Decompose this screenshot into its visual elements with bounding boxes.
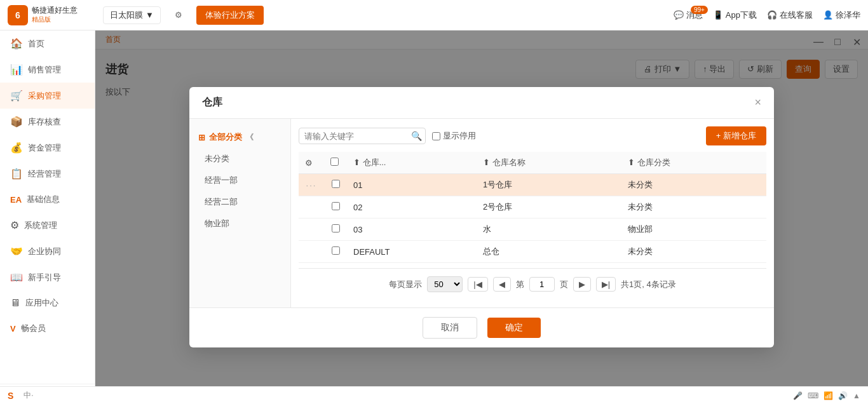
sidebar-item-home[interactable]: 🏠 首页 bbox=[0, 30, 95, 57]
home-icon: 🏠 bbox=[10, 37, 23, 50]
warehouse-modal: 仓库 × ⊞ 全部分类 《 未分类 bbox=[189, 87, 774, 347]
table-row[interactable]: 03 水 物业部 bbox=[299, 219, 766, 241]
purchase-icon: 🛒 bbox=[10, 90, 23, 102]
speaker-icon: 🔊 bbox=[838, 391, 848, 400]
sidebar-item-enterprise[interactable]: 🤝 企业协同 bbox=[0, 238, 95, 264]
keyboard-icon: ⌨ bbox=[808, 391, 818, 400]
page-input[interactable] bbox=[529, 277, 555, 292]
enterprise-icon: 🤝 bbox=[10, 245, 23, 257]
confirm-btn[interactable]: 确定 bbox=[487, 318, 541, 338]
sidebar-item-finance[interactable]: 💰 资金管理 bbox=[0, 135, 95, 161]
sidebar-item-system[interactable]: ⚙ 系统管理 bbox=[0, 212, 95, 238]
col-category-header: ⬆ 仓库分类 bbox=[621, 152, 766, 174]
status-bar: S 中· 🎤 ⌨ 📶 🔊 ▲ bbox=[0, 386, 868, 404]
row-code-3: 03 bbox=[347, 219, 477, 241]
header-right: 💬 消息 99+ 📱 App下载 🎧 在线客服 👤 徐泽华 bbox=[674, 10, 860, 21]
modal-overlay: 仓库 × ⊞ 全部分类 《 未分类 bbox=[95, 30, 868, 404]
category-sidebar: ⊞ 全部分类 《 未分类 经营一部 经营二部 bbox=[189, 119, 291, 307]
sidebar-label-operations: 经营管理 bbox=[28, 168, 61, 180]
sidebar-label-system: 系统管理 bbox=[24, 220, 57, 231]
modal-close-btn[interactable]: × bbox=[754, 96, 761, 109]
arrow-up-icon: ▲ bbox=[853, 391, 860, 400]
message-icon: 💬 bbox=[674, 10, 684, 20]
app-download-btn[interactable]: 📱 App下载 bbox=[713, 10, 757, 21]
settings-icon-btn[interactable]: ⚙ bbox=[168, 5, 189, 25]
sidebar-item-sales[interactable]: 📊 销售管理 bbox=[0, 57, 95, 83]
sidebar-label-home: 首页 bbox=[28, 38, 44, 50]
row-gear-2 bbox=[299, 196, 324, 219]
row-check-3 bbox=[324, 219, 347, 241]
prev-page-btn[interactable]: ◀ bbox=[493, 277, 511, 292]
table-row[interactable]: 02 2号仓库 未分类 bbox=[299, 196, 766, 219]
row-gear-4 bbox=[299, 241, 324, 263]
add-warehouse-btn[interactable]: + 新增仓库 bbox=[706, 126, 766, 145]
modal-main-content: 🔍 显示停用 + 新增仓库 bbox=[291, 119, 774, 307]
header-center: 日太阳膜 ▼ ⚙ 体验行业方案 bbox=[103, 5, 674, 25]
first-page-btn[interactable]: |◀ bbox=[468, 277, 487, 292]
grid-icon: ⊞ bbox=[198, 133, 205, 142]
row-name-3: 水 bbox=[477, 219, 621, 241]
status-text: 中· bbox=[24, 390, 33, 401]
online-service-btn[interactable]: 🎧 在线客服 bbox=[767, 10, 813, 21]
category-header-label: 全部分类 bbox=[209, 131, 242, 143]
user-name: 徐泽华 bbox=[836, 10, 860, 21]
top-header: 6 畅捷通好生意 精品版 日太阳膜 ▼ ⚙ 体验行业方案 💬 消息 99+ 📱 … bbox=[0, 0, 868, 30]
guide-icon: 📖 bbox=[10, 271, 23, 283]
user-area[interactable]: 👤 徐泽华 bbox=[823, 10, 860, 21]
sidebar-item-guide[interactable]: 📖 新手引导 bbox=[0, 264, 95, 290]
row-category-1: 未分类 bbox=[621, 174, 766, 196]
per-page-select[interactable]: 50 10 20 100 bbox=[427, 276, 463, 292]
row-checkbox-2[interactable] bbox=[332, 202, 340, 210]
row-checkbox-3[interactable] bbox=[332, 224, 340, 232]
table-row[interactable]: ··· 01 1号仓库 未分类 bbox=[299, 174, 766, 196]
row-category-2: 未分类 bbox=[621, 196, 766, 219]
select-all-checkbox[interactable] bbox=[330, 158, 339, 166]
logo-text: 畅捷通好生意 bbox=[32, 6, 78, 16]
finance-icon: 💰 bbox=[10, 142, 23, 154]
sidebar-item-inventory[interactable]: 📦 库存核查 bbox=[0, 109, 95, 135]
row-gear-3 bbox=[299, 219, 324, 241]
row-category-3: 物业部 bbox=[621, 219, 766, 241]
sidebar-item-app-center[interactable]: 🖥 应用中心 bbox=[0, 290, 95, 316]
category-header[interactable]: ⊞ 全部分类 《 bbox=[189, 126, 290, 148]
sidebar-label-basic-info: 基础信息 bbox=[27, 194, 60, 205]
sidebar-item-operations[interactable]: 📋 经营管理 bbox=[0, 161, 95, 187]
show-disabled-label[interactable]: 显示停用 bbox=[432, 130, 476, 142]
last-page-btn[interactable]: ▶| bbox=[596, 277, 616, 292]
category-item-ops1[interactable]: 经营一部 bbox=[189, 170, 290, 191]
logo-sub: 精品版 bbox=[32, 15, 78, 24]
row-checkbox-1[interactable] bbox=[332, 180, 340, 188]
col-code-header: ⬆ 仓库... bbox=[347, 152, 477, 174]
category-item-uncategorized[interactable]: 未分类 bbox=[189, 148, 290, 170]
category-item-property[interactable]: 物业部 bbox=[189, 213, 290, 234]
row-checkbox-4[interactable] bbox=[332, 246, 340, 255]
table-row[interactable]: DEFAULT 总仓 未分类 bbox=[299, 241, 766, 263]
messages-badge: 99+ bbox=[691, 6, 708, 14]
app-download-label: App下载 bbox=[726, 10, 757, 21]
avatar-icon: 👤 bbox=[823, 10, 833, 20]
sidebar-item-member[interactable]: V 畅会员 bbox=[0, 316, 95, 341]
member-icon: V bbox=[10, 324, 16, 333]
gear-col-icon: ⚙ bbox=[305, 158, 313, 168]
col-check-header bbox=[324, 152, 347, 174]
category-item-ops2[interactable]: 经营二部 bbox=[189, 191, 290, 213]
show-disabled-checkbox[interactable] bbox=[432, 132, 440, 140]
search-input[interactable] bbox=[304, 131, 411, 141]
sidebar-label-sales: 销售管理 bbox=[28, 64, 61, 76]
cancel-btn[interactable]: 取消 bbox=[423, 317, 477, 339]
sidebar-item-purchase[interactable]: 🛒 采购管理 bbox=[0, 83, 95, 109]
pagination: 每页显示 50 10 20 100 |◀ ◀ 第 页 bbox=[299, 268, 766, 300]
app-center-icon: 🖥 bbox=[10, 297, 20, 309]
collapse-btn[interactable]: 《 bbox=[246, 132, 254, 143]
row-gear-1: ··· bbox=[299, 174, 324, 196]
company-selector[interactable]: 日太阳膜 ▼ bbox=[103, 6, 161, 24]
sales-icon: 📊 bbox=[10, 64, 23, 76]
next-page-btn[interactable]: ▶ bbox=[573, 277, 591, 292]
operations-icon: 📋 bbox=[10, 168, 23, 180]
row-code-4: DEFAULT bbox=[347, 241, 477, 263]
row-category-4: 未分类 bbox=[621, 241, 766, 263]
sidebar-item-basic-info[interactable]: EA 基础信息 bbox=[0, 187, 95, 212]
sidebar-label-app-center: 应用中心 bbox=[25, 297, 58, 309]
messages-btn[interactable]: 💬 消息 99+ bbox=[674, 10, 703, 21]
trial-button[interactable]: 体验行业方案 bbox=[196, 6, 264, 25]
